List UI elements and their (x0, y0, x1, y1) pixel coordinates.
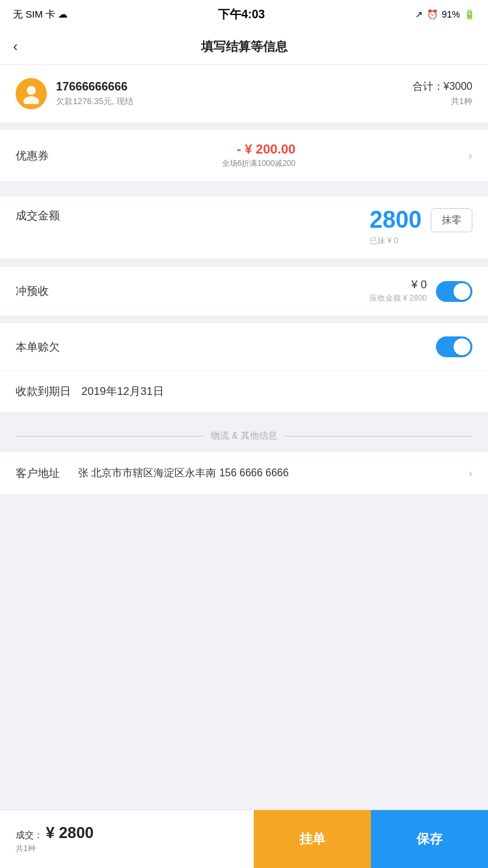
prepay-row: 冲预收 ¥ 0 应收金额 ¥ 2800 (0, 266, 488, 316)
prepay-value: ¥ 0 (370, 278, 427, 292)
debt-toggle[interactable] (436, 336, 472, 357)
location-icon: ↗ (415, 9, 423, 20)
debt-row: 本单赊欠 (0, 323, 488, 370)
back-button[interactable]: ‹ (13, 38, 18, 55)
avatar (16, 78, 47, 109)
prepay-right: ¥ 0 应收金额 ¥ 2800 (370, 278, 472, 304)
prepay-value-block: ¥ 0 应收金额 ¥ 2800 (370, 278, 427, 304)
nav-bar: ‹ 填写结算等信息 (0, 29, 488, 65)
debt-toggle-knob (454, 338, 470, 355)
status-time: 下午4:03 (218, 7, 265, 22)
customer-right: 合计：¥3000 共1种 (413, 80, 473, 107)
save-button[interactable]: 保存 (371, 810, 488, 869)
content: 17666666666 欠款1276.35元, 现结 合计：¥3000 共1种 … (0, 65, 488, 689)
coupon-label: 优惠券 (16, 148, 49, 163)
coupon-section: 优惠券 - ¥ 200.00 全场6折满1000减200 › (0, 130, 488, 181)
prepay-sub: 应收金额 ¥ 2800 (370, 293, 427, 304)
total-count: 共1种 (413, 96, 473, 107)
bottom-count: 共1种 (16, 843, 238, 854)
customer-info: 17666666666 欠款1276.35元, 现结 (56, 80, 133, 107)
bottom-label: 成交： (16, 830, 43, 840)
divider-line-left (16, 436, 204, 437)
bottom-label-row: 成交： ¥ 2800 (16, 824, 238, 842)
coupon-desc: 全场6折满1000减200 (222, 158, 295, 169)
separator-3 (0, 412, 488, 420)
svg-point-0 (27, 86, 36, 95)
prepay-label: 冲预收 (16, 284, 49, 299)
address-label: 客户地址 (16, 466, 68, 481)
due-date-row: 收款到期日 2019年12月31日 (0, 370, 488, 412)
empty-space (0, 494, 488, 624)
toggle-knob (454, 283, 470, 300)
bottom-amount: ¥ 2800 (46, 824, 93, 841)
customer-phone: 17666666666 (56, 80, 133, 94)
coupon-row[interactable]: 优惠券 - ¥ 200.00 全场6折满1000减200 › (0, 130, 488, 181)
avatar-icon (21, 83, 42, 104)
svg-point-1 (23, 96, 39, 104)
total-amount: 合计：¥3000 (413, 80, 473, 94)
customer-card: 17666666666 欠款1276.35元, 现结 合计：¥3000 共1种 (0, 65, 488, 122)
amount-label: 成交金额 (16, 208, 60, 223)
battery-label: 91% (442, 9, 460, 20)
coupon-right: - ¥ 200.00 全场6折满1000减200 (222, 142, 295, 169)
bottom-summary: 成交： ¥ 2800 共1种 (0, 824, 254, 854)
amount-value: 2800 (370, 208, 422, 232)
page-title: 填写结算等信息 (201, 38, 288, 55)
amount-row: 成交金额 2800 已抹 ¥ 0 抹零 (16, 208, 472, 247)
sim-label: 无 SIM 卡 ☁ (13, 8, 68, 21)
alarm-icon: ⏰ (427, 9, 438, 20)
address-value: 张 北京市市辖区海淀区永丰南 156 6666 6666 (78, 465, 458, 481)
separator-2 (0, 316, 488, 323)
battery-icon: 🔋 (464, 9, 475, 20)
amount-sub: 已抹 ¥ 0 (370, 236, 422, 247)
chevron-right-icon: › (468, 149, 472, 163)
hold-button[interactable]: 挂单 (254, 810, 371, 869)
address-row[interactable]: 客户地址 张 北京市市辖区海淀区永丰南 156 6666 6666 › (0, 452, 488, 494)
divider-line-right (284, 436, 472, 437)
bottom-bar: 成交： ¥ 2800 共1种 挂单 保存 (0, 809, 488, 868)
address-chevron-icon: › (468, 467, 472, 480)
total-value: ¥3000 (444, 81, 473, 92)
amount-value-block: 2800 已抹 ¥ 0 (370, 208, 422, 247)
debt-label: 本单赊欠 (16, 340, 60, 355)
due-date-value: 2019年12月31日 (81, 384, 164, 399)
total-label: 合计： (413, 81, 444, 92)
prepay-toggle[interactable] (436, 281, 472, 302)
divider-text: 物流 & 其他信息 (211, 430, 277, 442)
status-left: 无 SIM 卡 ☁ (13, 8, 68, 21)
amount-right: 2800 已抹 ¥ 0 抹零 (370, 208, 472, 247)
separator-1 (0, 189, 488, 197)
due-date-label: 收款到期日 (16, 384, 71, 399)
status-bar: 无 SIM 卡 ☁ 下午4:03 ↗ ⏰ 91% 🔋 (0, 0, 488, 29)
status-right: ↗ ⏰ 91% 🔋 (415, 9, 475, 20)
coupon-value: - ¥ 200.00 (222, 142, 295, 157)
customer-debt: 欠款1276.35元, 现结 (56, 96, 133, 107)
amount-section: 成交金额 2800 已抹 ¥ 0 抹零 (0, 197, 488, 258)
round-button[interactable]: 抹零 (431, 208, 472, 232)
section-divider: 物流 & 其他信息 (0, 420, 488, 452)
customer-left: 17666666666 欠款1276.35元, 现结 (16, 78, 133, 109)
